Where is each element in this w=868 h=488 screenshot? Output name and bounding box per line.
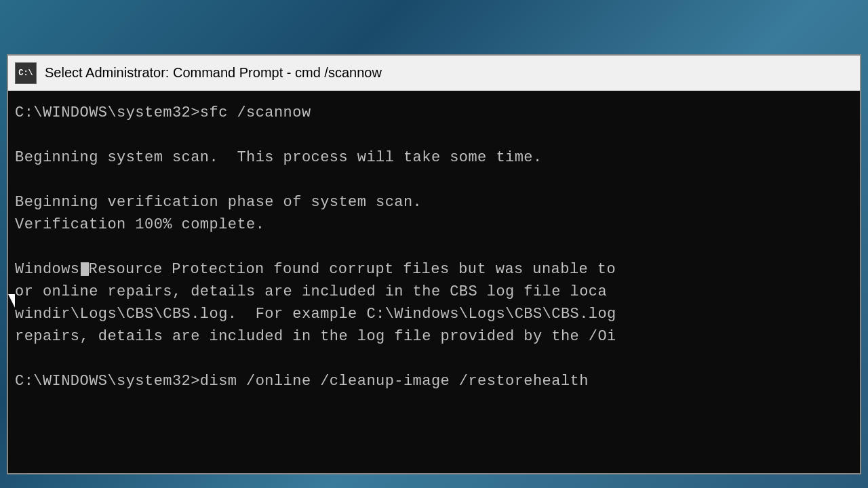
desktop: C:\ Select Administrator: Command Prompt… [0, 0, 868, 488]
mouse-cursor-icon [8, 294, 15, 308]
cmd-window-icon: C:\ [15, 62, 37, 84]
terminal-line: windir\Logs\CBS\CBS.log. For example C:\… [15, 303, 853, 325]
terminal-line: or online repairs, details are included … [15, 281, 853, 303]
terminal-line [15, 124, 853, 146]
terminal-body[interactable]: C:\WINDOWS\system32>sfc /scannowBeginnin… [8, 91, 860, 473]
window-title: Select Administrator: Command Prompt - c… [45, 65, 382, 81]
terminal-line: Beginning system scan. This process will… [15, 146, 853, 169]
cmd-window[interactable]: C:\ Select Administrator: Command Prompt… [7, 54, 861, 474]
terminal-line [15, 169, 853, 191]
title-bar: C:\ Select Administrator: Command Prompt… [8, 56, 860, 91]
terminal-cursor [81, 262, 89, 276]
terminal-line: Verification 100% complete. [15, 214, 853, 236]
terminal-line [15, 348, 853, 370]
terminal-line: WindowsResource Protection found corrupt… [15, 258, 853, 281]
terminal-line: C:\WINDOWS\system32>dism /online /cleanu… [15, 370, 853, 392]
terminal-line [15, 236, 853, 258]
terminal-line: Beginning verification phase of system s… [15, 191, 853, 214]
terminal-line: C:\WINDOWS\system32>sfc /scannow [15, 102, 853, 124]
terminal-line: repairs, details are included in the log… [15, 325, 853, 348]
